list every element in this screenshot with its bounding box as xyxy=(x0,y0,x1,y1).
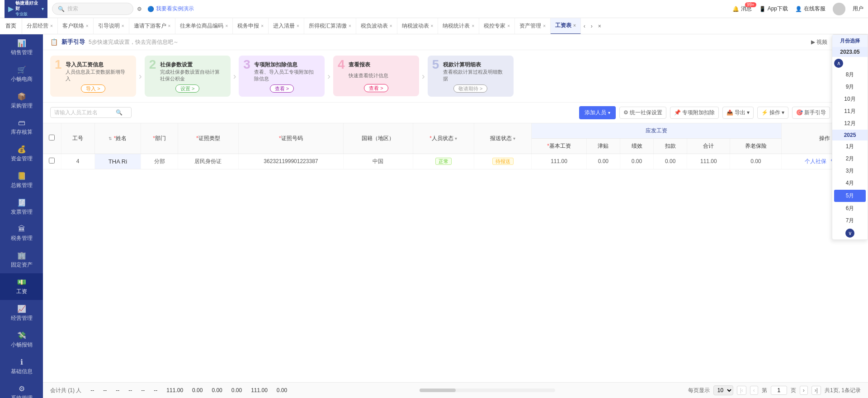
close-icon[interactable]: × xyxy=(349,23,351,28)
tab-工资表[interactable]: 工资表 × xyxy=(551,18,581,34)
avatar[interactable] xyxy=(833,3,845,15)
scrollbar-thumb[interactable] xyxy=(420,389,456,392)
sidebar-item-销售管理[interactable]: 📊 销售管理 xyxy=(0,34,43,61)
month-item-9[interactable]: 9月 xyxy=(832,81,868,93)
tab-税控专家[interactable]: 税控专家 × xyxy=(479,18,515,34)
step-btn-4[interactable]: 查看 > xyxy=(364,85,388,92)
step-btn-3[interactable]: 查看 > xyxy=(270,85,294,92)
tab-引导说明[interactable]: 引导说明 × xyxy=(94,18,129,34)
tab-进入清册[interactable]: 进入清册 × xyxy=(269,18,304,34)
tab-home[interactable]: 首页 xyxy=(0,18,22,34)
last-page-button[interactable]: ›| xyxy=(811,386,821,395)
close-icon[interactable]: × xyxy=(573,23,576,28)
filter-icon-status[interactable]: ▾ xyxy=(455,136,457,141)
close-icon[interactable]: × xyxy=(225,23,228,28)
close-icon[interactable]: × xyxy=(50,23,53,28)
step-btn-1[interactable]: 导入 > xyxy=(81,85,105,92)
step-btn-inner-5[interactable]: 敬请期待 > xyxy=(453,84,487,93)
toolbar-operation[interactable]: ⚡ 操作 ▾ xyxy=(757,107,788,119)
page-size-select[interactable]: 10 20 50 xyxy=(713,385,733,395)
month-item-7[interactable]: 7月 xyxy=(832,215,868,227)
first-page-button[interactable]: |‹ xyxy=(737,386,746,395)
close-icon[interactable]: × xyxy=(472,23,474,28)
app-download-button[interactable]: 📱 App下载 xyxy=(759,5,788,13)
sidebar-item-库存核算[interactable]: 🗃 库存核算 xyxy=(0,114,43,140)
close-icon[interactable]: × xyxy=(431,23,434,28)
user-name[interactable]: 用户 xyxy=(853,5,863,13)
gear-button[interactable]: ⚙ xyxy=(137,6,142,12)
month-item-5[interactable]: 5月 xyxy=(834,190,866,202)
sidebar-item-固定资产[interactable]: 🏢 固定资产 xyxy=(0,247,43,273)
toolbar-export[interactable]: 📤 导出 ▾ xyxy=(722,107,754,119)
dropdown-icon[interactable]: ▾ xyxy=(42,6,44,11)
toolbar-guide[interactable]: 🎯 新手引导 xyxy=(792,107,830,119)
tab-邀请下游客户[interactable]: 邀请下游客户 × xyxy=(129,18,176,34)
sidebar-item-采购管理[interactable]: 📦 采购管理 xyxy=(0,88,43,114)
close-icon[interactable]: × xyxy=(261,23,264,28)
sidebar-item-小畅电商[interactable]: 🛒 小畅电商 xyxy=(0,61,43,88)
sidebar-item-发票管理[interactable]: 🧾 发票管理 xyxy=(0,194,43,220)
prev-page-button[interactable]: ‹ xyxy=(750,386,758,395)
month-item-2[interactable]: 2月 xyxy=(832,153,868,165)
notification-button[interactable]: 🔔 消息 99+ xyxy=(732,5,752,13)
nav-next-arrow[interactable]: › xyxy=(588,23,595,29)
next-page-button[interactable]: › xyxy=(800,386,808,395)
month-panel-up-button[interactable]: ∧ xyxy=(834,59,843,68)
row-checkbox[interactable] xyxy=(49,158,55,164)
add-person-button[interactable]: 添加人员 ▾ xyxy=(579,106,616,119)
close-icon[interactable]: × xyxy=(390,23,392,28)
close-icon[interactable]: × xyxy=(168,23,171,28)
close-icon[interactable]: × xyxy=(86,23,89,28)
month-panel-down-button[interactable]: ∨ xyxy=(845,229,854,238)
search-box[interactable]: 🔍 xyxy=(50,107,132,118)
tab-纳税统计表[interactable]: 纳税统计表 × xyxy=(438,18,479,34)
tab-往来单位商品编码[interactable]: 往来单位商品编码 × xyxy=(175,18,233,34)
top-search-box[interactable]: 🔍 搜索 xyxy=(52,3,133,15)
sidebar-item-基础信息[interactable]: ℹ 基础信息 xyxy=(0,353,43,380)
tab-纳税波动表[interactable]: 纳税波动表 × xyxy=(397,18,439,34)
tab-税务申报[interactable]: 税务申报 × xyxy=(233,18,269,34)
close-icon[interactable]: × xyxy=(122,23,124,28)
tab-资产管理[interactable]: 资产管理 × xyxy=(515,18,551,34)
search-input[interactable] xyxy=(54,109,113,116)
sidebar-item-工资[interactable]: 💵 工资 xyxy=(0,273,43,300)
guide-video-link[interactable]: ▶ 视频 xyxy=(811,38,827,46)
tab-客户联络[interactable]: 客户联络 × xyxy=(58,18,94,34)
sidebar-item-系统管理[interactable]: ⚙ 系统管理 xyxy=(0,380,43,398)
nav-prev-arrow[interactable]: ‹ xyxy=(581,23,588,29)
month-item-12[interactable]: 12月 xyxy=(832,117,868,130)
month-item-6[interactable]: 6月 xyxy=(832,202,868,215)
step-btn-inner-3[interactable]: 查看 > xyxy=(270,84,294,93)
sidebar-item-资金管理[interactable]: 💰 资金管理 xyxy=(0,140,43,167)
demo-link[interactable]: 🔵 我要看实例演示 xyxy=(147,5,194,13)
step-btn-5[interactable]: 敬请期待 > xyxy=(453,85,487,92)
tab-税负波动表[interactable]: 税负波动表 × xyxy=(356,18,397,34)
action-personal-insurance[interactable]: 个人社保 xyxy=(805,158,826,164)
horizontal-scrollbar[interactable] xyxy=(420,389,555,392)
step-btn-inner-4[interactable]: 查看 > xyxy=(364,84,388,92)
month-item-3[interactable]: 3月 xyxy=(832,165,868,177)
sort-icon-name[interactable]: ⇅ xyxy=(108,136,112,141)
sidebar-item-总账管理[interactable]: 📒 总账管理 xyxy=(0,167,43,194)
month-item-1[interactable]: 1月 xyxy=(832,140,868,153)
toolbar-special-deduction[interactable]: 📌 专项附加扣除 xyxy=(670,107,719,119)
tab-分层经营[interactable]: 分层经营 × xyxy=(22,18,58,34)
sidebar-item-经营管理[interactable]: 📈 经营管理 xyxy=(0,300,43,327)
tab-所得税汇算清缴[interactable]: 所得税汇算清缴 × xyxy=(304,18,356,34)
sidebar-item-税务管理[interactable]: 🏛 税务管理 xyxy=(0,220,43,247)
step-btn-inner-1[interactable]: 导入 > xyxy=(81,84,105,93)
step-btn-inner-2[interactable]: 设置 > xyxy=(175,84,199,93)
toolbar-social-insurance[interactable]: ⚙ 统一社保设置 xyxy=(619,107,666,119)
month-item-10[interactable]: 10月 xyxy=(832,93,868,105)
month-item-8[interactable]: 8月 xyxy=(832,69,868,81)
close-all-tabs[interactable]: × xyxy=(595,23,604,29)
filter-icon-report[interactable]: ▾ xyxy=(513,136,515,141)
online-service-button[interactable]: 👤 在线客服 xyxy=(795,5,826,13)
sidebar-item-小畅报销[interactable]: 💸 小畅报销 xyxy=(0,327,43,353)
step-btn-2[interactable]: 设置 > xyxy=(175,85,199,92)
select-all-checkbox[interactable] xyxy=(49,135,55,140)
close-icon[interactable]: × xyxy=(297,23,299,28)
month-item-4[interactable]: 4月 xyxy=(832,177,868,189)
page-number-input[interactable] xyxy=(771,386,787,395)
close-icon[interactable]: × xyxy=(543,23,546,28)
